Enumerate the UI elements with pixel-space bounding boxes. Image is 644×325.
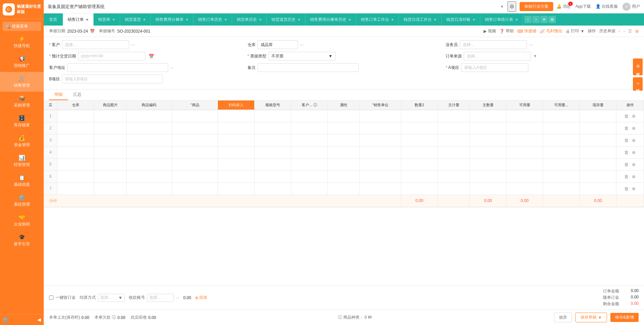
tab-close-icon[interactable]: ✕ <box>434 18 437 22</box>
warehouse-more-icon[interactable]: ··· <box>300 42 304 47</box>
tab-daily-reconcile[interactable]: 钱货日清对账 ✕ <box>442 13 480 26</box>
save-draft-button[interactable]: 保存草稿 ▼ <box>575 313 607 322</box>
row-3-unit[interactable] <box>360 134 401 146</box>
tab-sales-slip[interactable]: 销货单 ✕ <box>93 13 120 26</box>
row-1-copy-button[interactable]: ⊕ <box>631 113 637 119</box>
row-2-delete-button[interactable]: 🗑 <box>623 125 630 131</box>
tabs-grid-button[interactable]: ⊞ <box>548 16 556 23</box>
tab-order-stats[interactable]: 销售订单统计表 ✕ <box>480 13 523 26</box>
help-action[interactable]: ❓ 帮助 <box>499 28 514 34</box>
row-1-warehouse[interactable] <box>58 110 94 122</box>
row-3-customer-code[interactable] <box>291 134 328 146</box>
row-4-copy-button[interactable]: ⊕ <box>631 149 637 155</box>
row-5-qty2[interactable] <box>401 158 438 170</box>
order-source-input[interactable]: 选择... <box>464 52 531 60</box>
sidebar-item-quick-nav[interactable]: ⚡ 快捷导航 <box>0 32 44 52</box>
row-3-scan[interactable] <box>218 134 255 146</box>
row-4-available[interactable] <box>506 146 543 158</box>
view-action[interactable]: ▶ 视频 <box>484 28 496 34</box>
sidebar-item-inventory[interactable]: 🗄️ 库存核算 <box>0 112 44 131</box>
row-7-delete-button[interactable]: 🗑 <box>623 186 630 192</box>
row-2-spec[interactable] <box>255 122 291 134</box>
settings-float-button[interactable]: ⚙ 设置 <box>633 58 643 75</box>
row-3-warehouse[interactable] <box>58 134 94 146</box>
form-grid-view[interactable]: ⊞ <box>635 29 639 34</box>
row-1-available2[interactable] <box>543 110 580 122</box>
shortcut-action[interactable]: ⌨ 快捷键 <box>517 28 536 34</box>
row-5-current[interactable] <box>580 158 616 170</box>
row-5-delete-button[interactable]: 🗑 <box>623 161 630 167</box>
row-4-image[interactable] <box>94 146 126 158</box>
app-download-link[interactable]: App下载 <box>575 4 591 9</box>
row-4-main-qty[interactable] <box>470 146 506 158</box>
user-menu[interactable]: U 用户 <box>622 3 640 11</box>
row-3-product[interactable] <box>172 134 218 146</box>
row-7-copy-button[interactable]: ⊕ <box>631 186 637 192</box>
row-2-available2[interactable] <box>543 122 580 134</box>
row-2-copy-button[interactable]: ⊕ <box>631 125 637 131</box>
row-1-image[interactable] <box>94 110 126 122</box>
col-settings[interactable]: ☰ <box>44 100 58 110</box>
row-5-image[interactable] <box>94 158 126 170</box>
row-6-available2[interactable] <box>543 170 580 182</box>
tab-home[interactable]: 首页 <box>44 13 63 26</box>
row-5-available2[interactable] <box>543 158 580 170</box>
row-2-main-qty[interactable] <box>470 122 506 134</box>
tab-close-icon[interactable]: ✕ <box>515 18 518 22</box>
row-5-customer-code[interactable] <box>291 158 328 170</box>
sidebar-item-finance[interactable]: 💰 资金管理 <box>0 131 44 151</box>
row-4-warehouse[interactable] <box>58 146 94 158</box>
row-6-product[interactable] <box>172 170 218 182</box>
row-1-customer-code[interactable] <box>291 110 328 122</box>
tab-order-workbench[interactable]: 销售订单工作台 ✕ <box>356 13 399 26</box>
calendar-icon[interactable]: 📅 <box>90 29 95 34</box>
row-3-current[interactable] <box>580 134 616 146</box>
tab-slip-history[interactable]: 销货单历史 ✕ <box>232 13 267 26</box>
tab-sales-order[interactable]: 销售订单 ✕ <box>63 13 93 26</box>
sidebar-settings-button[interactable]: ⚙️ <box>3 317 8 322</box>
row-6-available[interactable] <box>506 170 543 182</box>
row-1-spec[interactable] <box>255 110 291 122</box>
tab-return-history[interactable]: 销货退货历史 ✕ <box>267 13 305 26</box>
form-nav-next[interactable]: › <box>623 29 625 34</box>
topbar-gear-button[interactable]: ⚙ <box>507 1 516 12</box>
row-6-spec[interactable] <box>255 170 291 182</box>
sidebar-item-basic[interactable]: 📋 基础信息 <box>0 171 44 191</box>
table-scroll[interactable]: ☰ 仓库 商品图片 商品编码 *商品 扫码录入 规格型号 客户... ⓘ 属性 … <box>44 100 644 207</box>
tabs-more-button[interactable]: ✕ <box>540 16 548 23</box>
row-1-available[interactable] <box>506 110 543 122</box>
sidebar-item-sales[interactable]: 🛒 销售管理 <box>0 72 44 92</box>
row-3-available[interactable] <box>506 134 543 146</box>
tab-close-icon[interactable]: ✕ <box>348 18 351 22</box>
tab-fee-split-history[interactable]: 销售费用分摊单历史 ✕ <box>305 13 356 26</box>
discard-button[interactable]: 放弃 <box>554 313 572 322</box>
row-5-product[interactable] <box>172 158 218 170</box>
form-nav-prev[interactable]: ‹ <box>619 29 620 34</box>
row-2-customer-code[interactable] <box>291 122 328 134</box>
sidebar-item-guide[interactable]: 🎓 新手引导 <box>0 231 44 250</box>
row-4-scan[interactable] <box>218 146 255 158</box>
row-5-copy-button[interactable]: ⊕ <box>631 161 637 167</box>
sidebar-item-operations[interactable]: 📊 经营管理 <box>0 151 44 171</box>
row-5-main-qty[interactable] <box>470 158 506 170</box>
tab-fee-split[interactable]: 销售费用分摊单 ✕ <box>151 13 193 26</box>
row-7-main-qty[interactable] <box>470 182 506 195</box>
salesperson-more-icon[interactable]: ··· <box>529 42 533 47</box>
row-6-qty2[interactable] <box>401 170 438 182</box>
sidebar-item-enterprise[interactable]: 🤝 企业协同 <box>0 211 44 231</box>
row-5-unit[interactable] <box>360 158 401 170</box>
row-1-scan[interactable] <box>218 110 255 122</box>
row-1-attribute[interactable] <box>328 110 360 122</box>
row-7-image[interactable] <box>94 182 126 195</box>
tab-close-icon[interactable]: ✕ <box>186 18 188 22</box>
row-3-attribute[interactable] <box>328 134 360 146</box>
settlement-select[interactable]: 选择... ▼ <box>98 294 125 302</box>
inner-tab-summary[interactable]: 汇总 <box>68 90 87 100</box>
row-3-copy-button[interactable]: ⊕ <box>631 137 637 143</box>
row-4-delete-button[interactable]: 🗑 <box>623 149 630 155</box>
profit-action[interactable]: 📈 毛利预估 <box>540 28 562 34</box>
row-2-scan[interactable] <box>218 122 255 134</box>
delivery-date-calendar-icon[interactable]: 📅 <box>149 54 154 59</box>
row-3-available2[interactable] <box>543 134 580 146</box>
col-scan[interactable]: 扫码录入 <box>218 100 255 110</box>
